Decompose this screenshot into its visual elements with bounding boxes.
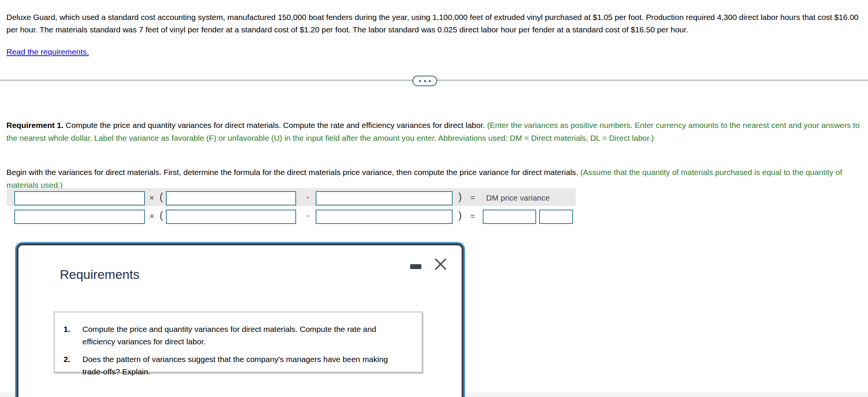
list-item: 2. Does the pattern of variances suggest… xyxy=(55,353,422,378)
read-requirements-link[interactable]: Read the requirements. xyxy=(6,47,89,56)
minimize-button[interactable] xyxy=(410,263,422,270)
close-paren: ) xyxy=(458,191,462,203)
close-paren: ) xyxy=(458,209,462,221)
ellipsis-icon xyxy=(429,80,431,82)
multiply-sign: × xyxy=(149,211,154,221)
requirement1-text: Compute the price and quantity variances… xyxy=(64,121,487,129)
dm-price-instructions: Begin with the variances for direct mate… xyxy=(6,166,863,192)
dialog-title: Requirements xyxy=(60,267,140,282)
requirements-dialog: Requirements 1. Compute the price and qu… xyxy=(17,243,464,397)
item-number: 1. xyxy=(55,323,82,348)
item-number: 2. xyxy=(55,353,82,378)
formula-row1-input-1[interactable] xyxy=(14,191,145,205)
minus-sign: - xyxy=(306,192,309,202)
open-paren: ( xyxy=(160,191,163,203)
more-options-button[interactable] xyxy=(412,76,437,86)
open-paren: ( xyxy=(160,209,163,221)
formula-row1-input-3[interactable] xyxy=(316,191,453,205)
formula-row2-fu-label-input[interactable] xyxy=(539,210,573,224)
begin-text: Begin with the variances for direct mate… xyxy=(6,168,580,176)
formula-row2-input-2[interactable] xyxy=(166,210,296,224)
requirement1-instructions: Requirement 1. Compute the price and qua… xyxy=(6,119,863,145)
formula-row2-input-1[interactable] xyxy=(14,210,145,224)
formula-row2-input-3[interactable] xyxy=(316,210,453,224)
close-button[interactable] xyxy=(432,255,450,273)
formula-row1-input-2[interactable] xyxy=(166,191,296,205)
minus-sign: - xyxy=(306,211,309,221)
equals-sign: = xyxy=(470,193,475,203)
dm-price-variance-label: DM price variance xyxy=(486,193,550,202)
item-text: Does the pattern of variances suggest th… xyxy=(82,353,402,378)
multiply-sign: × xyxy=(149,193,154,203)
formula-row2-amount-input[interactable] xyxy=(483,210,536,224)
minimize-icon xyxy=(410,264,421,269)
list-item: 1. Compute the price and quantity varian… xyxy=(55,323,422,348)
requirement1-label: Requirement 1. xyxy=(6,121,64,129)
requirements-list-box: 1. Compute the price and quantity varian… xyxy=(54,312,423,373)
ellipsis-icon xyxy=(424,80,426,82)
item-text: Compute the price and quantity variances… xyxy=(82,323,402,348)
equals-sign: = xyxy=(470,211,475,221)
ellipsis-icon xyxy=(419,80,421,82)
problem-statement: Deluxe Guard, which used a standard cost… xyxy=(6,11,863,36)
close-icon xyxy=(433,257,448,272)
